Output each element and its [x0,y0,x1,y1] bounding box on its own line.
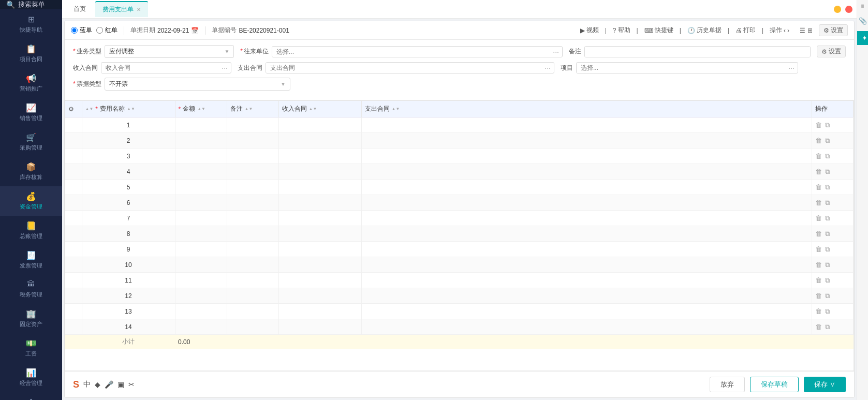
th-gear[interactable]: ⚙ [65,101,82,117]
partner-input-field[interactable] [272,47,550,57]
delete-row-icon[interactable]: 🗑 [815,230,822,238]
delete-row-icon[interactable]: 🗑 [815,261,822,269]
sidebar-item-fixed-assets[interactable]: 🏢 固定资产 [0,304,62,333]
delete-row-icon[interactable]: 🗑 [815,307,822,315]
help-btn[interactable]: ? 帮助 [613,26,630,35]
picture-icon[interactable]: ▣ [117,380,124,389]
delete-row-icon[interactable]: 🗑 [815,183,822,191]
note-input-field[interactable] [585,47,810,57]
th-note[interactable]: 备注 ▲▼ [227,101,278,117]
sidebar-item-purchase[interactable]: 🛒 采购管理 [0,127,62,157]
copy-row-icon[interactable]: ⧉ [825,214,830,223]
copy-row-icon[interactable]: ⧉ [825,245,830,254]
delete-row-icon[interactable]: 🗑 [815,121,822,129]
copy-row-icon[interactable]: ⧉ [825,183,830,191]
sidebar-item-project-contract[interactable]: 📋 项目合同 [0,39,62,68]
expense-contract-field-input[interactable] [266,63,541,73]
fixed-assets-icon: 🏢 [26,309,36,319]
income-contract-field: 收入合同 ··· [73,62,231,73]
blue-single-radio[interactable]: 蓝单 [71,26,92,35]
right-panel-icon1[interactable]: ≡ [859,2,866,10]
sidebar-item-payroll[interactable]: 💵 工资 [0,333,62,363]
project-input[interactable]: ··· [576,62,798,73]
copy-row-icon[interactable]: ⧉ [825,292,830,300]
red-single-radio[interactable]: 红单 [96,26,117,35]
copy-row-icon[interactable]: ⧉ [825,152,830,160]
project-more-icon[interactable]: ··· [785,64,798,72]
delete-row-icon[interactable]: 🗑 [815,245,822,253]
microphone-icon[interactable]: 🎤 [105,380,113,389]
sidebar-item-marketing[interactable]: 📢 营销推广 [0,68,62,98]
delete-row-icon[interactable]: 🗑 [815,152,822,160]
copy-row-icon[interactable]: ⧉ [825,121,830,129]
view-grid-icon[interactable]: ⊞ [807,27,813,34]
copy-row-icon[interactable]: ⧉ [825,137,830,145]
tax-icon: 🏛 [27,280,35,289]
copy-row-icon[interactable]: ⧉ [825,199,830,207]
sidebar-item-basic-info[interactable]: ℹ 基础信息 [0,392,62,400]
chinese-input-icon[interactable]: 中 [83,380,91,389]
th-expense-name[interactable]: ▲▼ * 费用名称 ▲▼ [82,101,175,117]
copy-row-icon[interactable]: ⧉ [825,230,830,238]
settings-btn[interactable]: ⚙ 设置 [819,24,848,36]
sidebar-item-inventory[interactable]: 📦 库存核算 [0,157,62,186]
sidebar-item-tax[interactable]: 🏛 税务管理 [0,275,62,304]
project-input-field[interactable] [577,63,785,73]
sort-icon: ▲▼ [85,107,94,111]
form-settings-btn[interactable]: ⚙ 设置 [817,46,846,57]
note-input[interactable] [584,46,811,57]
delete-row-icon[interactable]: 🗑 [815,168,822,175]
th-amount[interactable]: * 金额 ▲▼ [175,101,227,117]
copy-row-icon[interactable]: ⧉ [825,276,830,285]
expense-contract-more-icon[interactable]: ··· [541,64,554,72]
tab-close-icon[interactable]: ✕ [137,7,141,12]
sidebar-item-operations[interactable]: 📊 经营管理 [0,363,62,392]
right-panel-icon2[interactable]: 📎 [859,14,866,27]
payroll-icon: 💵 [26,338,36,348]
sidebar-item-label: 快捷导航 [20,26,42,34]
discard-button[interactable]: 放弃 [710,377,745,392]
sidebar-item-invoice[interactable]: 🧾 发票管理 [0,245,62,275]
operations-btn[interactable]: 操作 ‹ › [770,26,789,35]
save-draft-button[interactable]: 保存草稿 [750,377,799,392]
business-type-select[interactable]: 应付调整 ▼ [105,45,234,58]
partner-input[interactable]: ··· [272,46,563,57]
right-panel-active-icon[interactable]: ✦ [857,31,868,45]
invoice-type-select[interactable]: 不开票 ▼ [105,78,290,91]
delete-row-icon[interactable]: 🗑 [815,276,822,284]
print-btn[interactable]: 🖨 打印 [735,26,756,35]
sidebar-item-capital[interactable]: 💰 资金管理 [0,186,62,216]
income-contract-field-input[interactable] [101,63,218,73]
expense-contract-input[interactable]: ··· [266,62,554,73]
income-contract-input[interactable]: ··· [101,62,231,73]
tab-home[interactable]: 首页 [66,2,93,17]
delete-row-icon[interactable]: 🗑 [815,199,822,206]
search-icon: 🔍 [6,1,15,9]
delete-row-icon[interactable]: 🗑 [815,323,822,331]
sidebar-item-general-ledger[interactable]: 📒 总账管理 [0,216,62,245]
sidebar-item-sales[interactable]: 📈 销售管理 [0,98,62,127]
delete-row-icon[interactable]: 🗑 [815,214,822,222]
copy-row-icon[interactable]: ⧉ [825,323,830,331]
copy-row-icon[interactable]: ⧉ [825,261,830,269]
copy-row-icon[interactable]: ⧉ [825,307,830,316]
view-list-icon[interactable]: ☰ [800,27,805,34]
close-button[interactable] [845,6,852,13]
copy-row-icon[interactable]: ⧉ [825,168,830,176]
save-button[interactable]: 保存 ∨ [804,377,846,392]
calendar-icon[interactable]: 📅 [191,27,199,34]
partner-more-icon[interactable]: ··· [550,48,562,56]
tab-expense[interactable]: 费用支出单 ✕ [95,1,148,17]
shortcut-btn[interactable]: ⌨ 快捷键 [644,26,673,35]
scissors-icon[interactable]: ✂ [128,380,135,389]
history-btn[interactable]: 🕐 历史单据 [687,26,722,35]
income-contract-more-icon[interactable]: ··· [218,64,231,72]
video-btn[interactable]: ▶ 视频 [580,26,599,35]
delete-row-icon[interactable]: 🗑 [815,137,822,144]
sidebar-item-quick-nav[interactable]: ⊞ 快捷导航 [0,9,62,39]
minimize-button[interactable] [834,6,841,13]
th-income-contract[interactable]: 收入合同 ▲▼ [278,101,361,117]
sidebar-header[interactable]: 🔍 搜索菜单 [0,0,62,9]
delete-row-icon[interactable]: 🗑 [815,292,822,300]
th-expense-contract[interactable]: 支出合同 ▲▼ [361,101,812,117]
